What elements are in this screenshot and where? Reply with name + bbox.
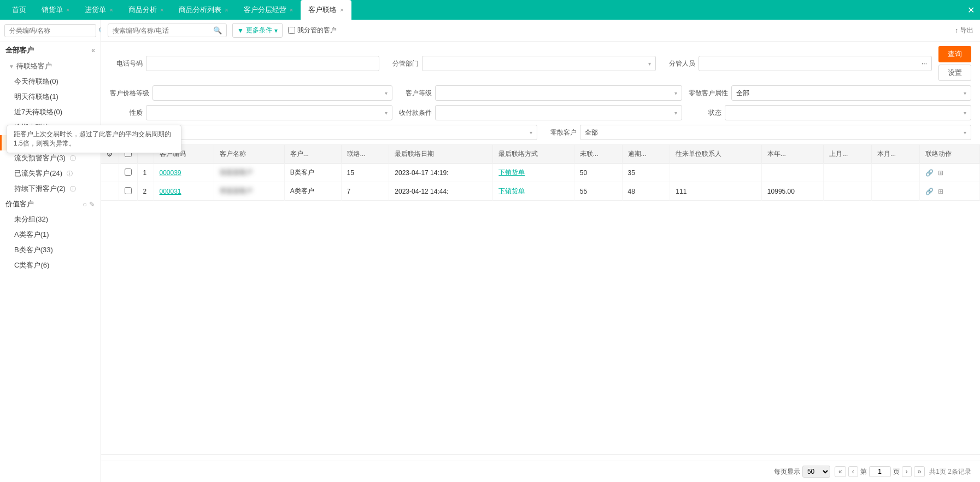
row2-last-month — [824, 182, 872, 201]
row1-link-icon[interactable]: 🔗 — [925, 169, 934, 177]
price-level-arrow-icon: ▾ — [385, 90, 388, 96]
filter-payment-select[interactable]: ▾ — [435, 105, 682, 120]
tab-customer-contact[interactable]: 客户联络 × — [301, 0, 351, 20]
sidebar-item-week[interactable]: 近7天待联络(0) — [0, 104, 101, 120]
row1-last-contact-date: 2023-04-17 14:19: — [389, 164, 493, 182]
sidebar-item-c-class[interactable]: C类客户(6) — [0, 258, 101, 273]
sidebar-item-tomorrow[interactable]: 明天待联络(1) — [0, 89, 101, 104]
filter-nature-select[interactable]: ▾ — [146, 105, 392, 120]
filter-nature: 性质 ▾ — [110, 105, 392, 120]
filter-retail-attr-label: 零散客户属性 — [689, 89, 728, 98]
filter-customer-level-select[interactable]: ▾ — [435, 85, 682, 101]
filter-bar: 🔍 ▼ 更多条件 ▾ 我分管的客户 ↑ 导出 — [101, 20, 980, 42]
export-button[interactable]: ↑ 导出 — [955, 26, 973, 35]
row2-last-contact-method[interactable]: 下销货单 — [493, 182, 574, 201]
row2-last-contact-date: 2023-04-12 14:44: — [389, 182, 493, 201]
sidebar-search-input[interactable] — [4, 24, 96, 37]
close-all-tabs-button[interactable]: ✕ — [967, 5, 975, 15]
query-button[interactable]: 查询 — [938, 46, 971, 62]
row1-unit-contact — [670, 164, 762, 182]
row2-checkbox[interactable] — [125, 187, 132, 194]
horizontal-scrollbar[interactable] — [101, 454, 980, 461]
filter-row-1: 电话号码 分管部门 ▾ 分管人员 ··· — [110, 46, 971, 81]
tab-purchase-label: 进货单 — [85, 5, 106, 15]
top-navigation: 首页 销货单 × 进货单 × 商品分析 × 商品分析列表 × 客户分层经营 × … — [0, 0, 980, 20]
tab-customer-tier-label: 客户分层经营 — [244, 5, 286, 15]
tab-analysis[interactable]: 商品分析 × — [121, 0, 171, 20]
per-page-control: 每页显示 20 50 100 — [774, 466, 830, 478]
row1-last-contact-method[interactable]: 下销货单 — [493, 164, 574, 182]
filter-retail-customer: 零散客户 全部 ▾ — [544, 125, 971, 140]
more-conditions-button[interactable]: ▼ 更多条件 ▾ — [232, 23, 283, 38]
row1-grid-icon[interactable]: ⊞ — [938, 169, 943, 177]
row2-name: 李某某客户 — [214, 182, 284, 201]
row2-this-month — [872, 182, 920, 201]
filter-customer-type-select[interactable]: ▾ — [159, 125, 537, 140]
tab-analysis-list-close[interactable]: × — [225, 7, 228, 13]
sidebar-item-ungroup[interactable]: 未分组(32) — [0, 212, 101, 227]
filter-customer-level-label: 客户等级 — [399, 89, 432, 98]
filter-phone-input[interactable] — [146, 56, 379, 71]
tab-purchase[interactable]: 进货单 × — [77, 0, 120, 20]
sidebar-item-today[interactable]: 今天待联络(0) — [0, 74, 101, 89]
filter-dept-select[interactable]: ▾ — [422, 56, 655, 71]
page-number-input[interactable] — [869, 466, 891, 477]
customer-level-arrow-icon: ▾ — [674, 90, 677, 96]
main-search-icon[interactable]: 🔍 — [213, 26, 222, 34]
advanced-filter: 电话号码 分管部门 ▾ 分管人员 ··· — [101, 42, 980, 145]
tab-analysis-list[interactable]: 商品分析列表 × — [171, 0, 236, 20]
main-search-input[interactable] — [113, 27, 211, 34]
tab-customer-contact-close[interactable]: × — [340, 7, 343, 13]
tab-home[interactable]: 首页 — [4, 0, 34, 20]
tab-customer-tier[interactable]: 客户分层经营 × — [236, 0, 301, 20]
sidebar-item-b-class[interactable]: B类客户(33) — [0, 242, 101, 258]
tab-analysis-close[interactable]: × — [160, 7, 163, 13]
filter-row-4: ··· 客户类型 ▾ 零散客户 全部 ▾ — [110, 125, 971, 140]
dept-arrow-icon: ▾ — [648, 61, 651, 67]
per-page-select[interactable]: 20 50 100 — [802, 466, 830, 478]
filter-price-level-select[interactable]: ▾ — [152, 85, 392, 101]
value-customer-group-header: 价值客户 ○ ✎ — [0, 196, 101, 212]
customer-table: ⚙ 客户编码 客户名称 客户... — [101, 145, 980, 201]
sidebar-item-decline[interactable]: 持续下滑客户(2) ⓘ — [0, 181, 101, 196]
pending-group-header[interactable]: ▼ 待联络客户 — [0, 59, 101, 74]
row2-code[interactable]: 000031 — [154, 182, 214, 201]
export-icon: ↑ — [955, 27, 958, 34]
row2-unit-contact: 111 — [670, 182, 762, 201]
filter-manager-select[interactable]: ··· — [699, 56, 932, 71]
filter-retail-customer-select[interactable]: 全部 ▾ — [580, 125, 971, 140]
setting-button[interactable]: 设置 — [938, 65, 971, 81]
next-page-button[interactable]: › — [902, 466, 912, 477]
sidebar-item-a-class[interactable]: A类客户(1) — [0, 227, 101, 242]
tab-sales[interactable]: 销货单 × — [34, 0, 77, 20]
tab-purchase-close[interactable]: × — [109, 7, 113, 13]
collapse-sidebar-button[interactable]: « — [91, 47, 95, 54]
tab-sales-close[interactable]: × — [66, 7, 69, 13]
value-customer-edit-icons[interactable]: ○ ✎ — [83, 200, 95, 208]
per-page-label: 每页显示 — [774, 467, 800, 477]
filter-phone-label: 电话号码 — [110, 59, 143, 68]
my-customer-checkbox[interactable] — [288, 27, 295, 34]
filter-retail-attr-select[interactable]: 全部 ▾ — [731, 85, 971, 101]
filter-status-select[interactable]: ▾ — [725, 105, 971, 120]
row1-checkbox[interactable] — [125, 169, 132, 176]
row2-link-icon[interactable]: 🔗 — [925, 188, 934, 195]
filter-status: 状态 ▾ — [689, 105, 971, 120]
first-page-button[interactable]: « — [835, 466, 846, 477]
content-area: 🔍 ▼ 更多条件 ▾ 我分管的客户 ↑ 导出 电话号码 — [101, 20, 980, 482]
prev-page-button[interactable]: ‹ — [848, 466, 858, 477]
tab-home-label: 首页 — [12, 5, 26, 15]
last-page-button[interactable]: » — [914, 466, 925, 477]
filter-price-level-label: 客户价格等级 — [110, 89, 149, 98]
sidebar-item-lost[interactable]: 已流失客户(24) ⓘ — [0, 166, 101, 181]
value-customer-edit-icon[interactable]: ✎ — [89, 200, 95, 208]
value-customer-circle-icon[interactable]: ○ — [83, 200, 87, 208]
row1-checkbox-cell — [119, 164, 137, 182]
col-contact: 联络... — [341, 145, 389, 164]
row2-grid-icon[interactable]: ⊞ — [938, 188, 943, 195]
row1-code[interactable]: 000039 — [154, 164, 214, 182]
tab-customer-tier-close[interactable]: × — [290, 7, 293, 13]
row2-unread: 55 — [574, 182, 622, 201]
col-unit-contact: 往来单位联系人 — [670, 145, 762, 164]
filter-buttons: 查询 设置 — [938, 46, 971, 81]
